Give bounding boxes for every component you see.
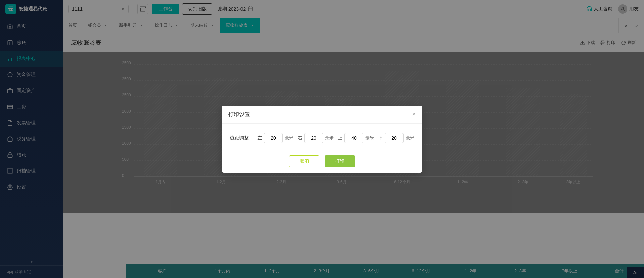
- modal-close-btn[interactable]: ×: [412, 111, 416, 118]
- modal-body: 边距调整： 左 毫米 右 毫米 上 毫米 下: [222, 124, 422, 150]
- bottom-direction-label: 下: [378, 135, 383, 141]
- margin-top-input[interactable]: [344, 133, 363, 143]
- margin-right-group: 右 毫米: [298, 133, 334, 143]
- margin-bottom-input[interactable]: [385, 133, 404, 143]
- margin-left-input[interactable]: [264, 133, 283, 143]
- top-unit: 毫米: [365, 135, 374, 141]
- modal-header: 打印设置 ×: [222, 106, 422, 124]
- margin-right-input[interactable]: [304, 133, 323, 143]
- left-unit: 毫米: [285, 135, 293, 141]
- right-direction-label: 右: [298, 135, 302, 141]
- margin-row: 边距调整： 左 毫米 右 毫米 上 毫米 下: [230, 133, 414, 143]
- cancel-button[interactable]: 取消: [289, 155, 319, 167]
- modal-title: 打印设置: [228, 111, 250, 118]
- left-direction-label: 左: [257, 135, 262, 141]
- right-unit: 毫米: [325, 135, 334, 141]
- modal-overlay: 打印设置 × 边距调整： 左 毫米 右 毫米 上 毫米: [0, 0, 644, 278]
- top-direction-label: 上: [338, 135, 342, 141]
- modal-footer: 取消 打印: [222, 150, 422, 173]
- margin-label: 边距调整：: [230, 135, 253, 141]
- print-settings-modal: 打印设置 × 边距调整： 左 毫米 右 毫米 上 毫米: [222, 106, 422, 173]
- bottom-unit: 毫米: [406, 135, 414, 141]
- margin-left-group: 左 毫米: [257, 133, 293, 143]
- margin-top-group: 上 毫米: [338, 133, 374, 143]
- margin-bottom-group: 下 毫米: [378, 133, 414, 143]
- print-confirm-button[interactable]: 打印: [325, 155, 355, 167]
